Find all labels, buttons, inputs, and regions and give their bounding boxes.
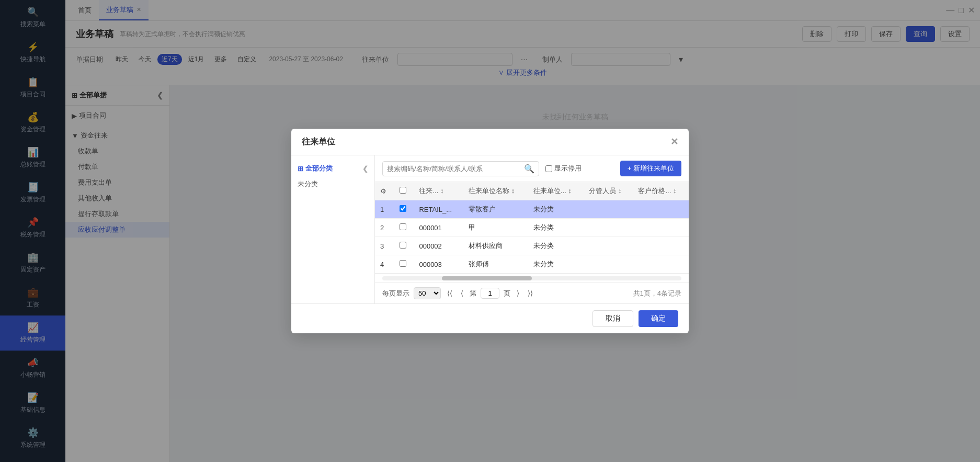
total-info: 共1页，4条记录 <box>633 289 681 298</box>
cell-price <box>633 219 689 237</box>
col-code[interactable]: 往来... ↕ <box>414 182 463 200</box>
cell-no: 2 <box>375 219 394 237</box>
confirm-button[interactable]: 确定 <box>639 310 678 327</box>
cell-checkbox[interactable] <box>394 255 414 274</box>
cell-code: 000001 <box>414 219 463 237</box>
sort-icon: ↕ <box>618 187 622 195</box>
table-header-row: ⚙ 往来... ↕ 往来单位名称 ↕ 往来单位... ↕ 分管人员 ↕ 客户价格… <box>375 182 689 200</box>
page-first-btn[interactable]: ⟨⟨ <box>445 288 454 298</box>
dialog-body: ⊞ 全部分类 ❮ 未分类 🔍 显示停用 <box>291 155 689 303</box>
table-row[interactable]: 3 000002 材料供应商 未分类 <box>375 237 689 255</box>
col-name[interactable]: 往来单位名称 ↕ <box>463 182 528 200</box>
select-all-checkbox[interactable] <box>400 187 406 194</box>
scroll-thumb[interactable] <box>442 276 532 280</box>
partners-table: ⚙ 往来... ↕ 往来单位名称 ↕ 往来单位... ↕ 分管人员 ↕ 客户价格… <box>375 182 689 274</box>
cell-name: 零散客户 <box>463 200 528 219</box>
cell-category: 未分类 <box>528 219 584 237</box>
table-row[interactable]: 2 000001 甲 未分类 <box>375 219 689 237</box>
col-checkbox <box>394 182 414 200</box>
cell-checkbox[interactable] <box>394 200 414 219</box>
cell-checkbox[interactable] <box>394 237 414 255</box>
add-partner-button[interactable]: + 新增往来单位 <box>620 161 681 176</box>
dialog-toolbar: 🔍 显示停用 + 新增往来单位 <box>375 155 689 182</box>
dialog-right-panel: 🔍 显示停用 + 新增往来单位 ⚙ <box>375 155 689 303</box>
dialog-footer: 取消 确定 <box>291 303 689 333</box>
cell-no: 3 <box>375 237 394 255</box>
cell-category: 未分类 <box>528 255 584 274</box>
sort-icon: ↕ <box>673 187 677 195</box>
cell-price <box>633 255 689 274</box>
cell-code: 000002 <box>414 237 463 255</box>
scroll-track <box>382 276 681 280</box>
show-disabled-label[interactable]: 显示停用 <box>545 164 582 173</box>
page-unit-label: 页 <box>504 289 510 298</box>
page-size-label: 每页显示 <box>382 289 409 298</box>
cell-category: 未分类 <box>528 200 584 219</box>
cell-name: 材料供应商 <box>463 237 528 255</box>
table-row[interactable]: 1 RETAIL_... 零散客户 未分类 <box>375 200 689 219</box>
cell-checkbox[interactable] <box>394 219 414 237</box>
dialog-scrollbar[interactable] <box>375 274 689 283</box>
dialog-overlay: 往来单位 ✕ ⊞ 全部分类 ❮ 未分类 🔍 <box>0 0 980 462</box>
cell-price <box>633 200 689 219</box>
page-last-btn[interactable]: ⟩⟩ <box>526 288 535 298</box>
gear-icon[interactable]: ⚙ <box>380 187 386 195</box>
page-size-select[interactable]: 50 100 <box>414 287 441 299</box>
table-row[interactable]: 4 000003 张师傅 未分类 <box>375 255 689 274</box>
dialog-left-uncategorized[interactable]: 未分类 <box>291 176 374 192</box>
search-input[interactable] <box>387 165 524 173</box>
col-category[interactable]: 往来单位... ↕ <box>528 182 584 200</box>
cell-code: 000003 <box>414 255 463 274</box>
cell-manager <box>584 200 633 219</box>
cell-name: 张师傅 <box>463 255 528 274</box>
page-next-btn[interactable]: ⟩ <box>515 288 521 298</box>
cell-manager <box>584 237 633 255</box>
collapse-left-icon[interactable]: ❮ <box>362 165 368 173</box>
sort-icon: ↕ <box>511 187 515 195</box>
search-icon: 🔍 <box>524 164 534 174</box>
cancel-button[interactable]: 取消 <box>592 310 633 327</box>
show-disabled-checkbox[interactable] <box>545 165 552 172</box>
dialog-left-all-category[interactable]: ⊞ 全部分类 ❮ <box>291 161 374 176</box>
sort-icon: ↕ <box>568 187 572 195</box>
page-prev-btn[interactable]: ⟨ <box>459 288 465 298</box>
dialog-pagination: 每页显示 50 100 ⟨⟨ ⟨ 第 页 ⟩ ⟩⟩ 共1页，4条记录 <box>375 283 689 303</box>
cell-manager <box>584 219 633 237</box>
dialog-title: 往来单位 <box>302 137 335 148</box>
cell-code: RETAIL_... <box>414 200 463 219</box>
dialog-close-button[interactable]: ✕ <box>670 136 678 148</box>
cell-no: 4 <box>375 255 394 274</box>
grid-icon-dialog: ⊞ <box>298 165 303 173</box>
sort-icon: ↕ <box>440 187 444 195</box>
page-no-label: 第 <box>470 289 476 298</box>
cell-price <box>633 237 689 255</box>
cell-manager <box>584 255 633 274</box>
dialog-left-panel: ⊞ 全部分类 ❮ 未分类 <box>291 155 375 303</box>
partner-dialog: 往来单位 ✕ ⊞ 全部分类 ❮ 未分类 🔍 <box>291 129 689 333</box>
col-price[interactable]: 客户价格... ↕ <box>633 182 689 200</box>
cell-no: 1 <box>375 200 394 219</box>
cell-category: 未分类 <box>528 237 584 255</box>
dialog-table: ⚙ 往来... ↕ 往来单位名称 ↕ 往来单位... ↕ 分管人员 ↕ 客户价格… <box>375 182 689 274</box>
cell-name: 甲 <box>463 219 528 237</box>
page-input[interactable] <box>481 288 499 299</box>
col-settings: ⚙ <box>375 182 394 200</box>
search-box: 🔍 <box>382 161 539 176</box>
col-manager[interactable]: 分管人员 ↕ <box>584 182 633 200</box>
dialog-header: 往来单位 ✕ <box>291 129 689 155</box>
